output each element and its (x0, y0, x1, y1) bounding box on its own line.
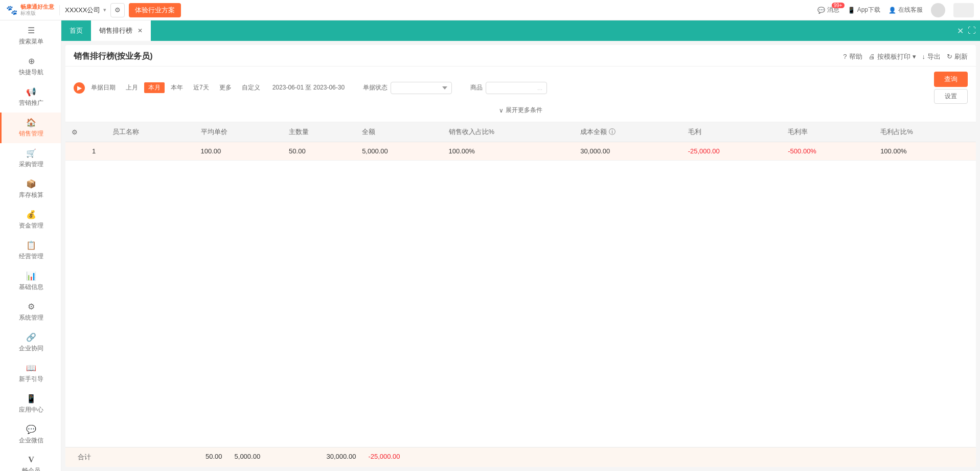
row-cost: 30,000.00 (574, 142, 681, 161)
finance-icon: 💰 (26, 210, 36, 219)
trial-button[interactable]: 体验行业方案 (129, 3, 181, 17)
company-selector[interactable]: 🐾 畅康通好生意 标准版 XXXXX公司 ▾ (6, 4, 106, 16)
sidebar-item-sales[interactable]: 🏠 销售管理 (0, 113, 61, 143)
tab-bar: 首页 销售排行榜 ✕ ✕ ⛶ (61, 20, 980, 41)
wechat-icon: 💬 (26, 424, 36, 434)
footer-qty: 50.00 (199, 453, 229, 462)
online-service-label: 在线客服 (898, 6, 923, 14)
page-header: 销售排行榜(按业务员) ? 帮助 🖨 按模板打印 ▾ ↓ (65, 45, 976, 66)
export-icon: ↓ (922, 53, 926, 60)
sidebar-item-wechat[interactable]: 💬 企业微信 (0, 419, 61, 450)
date-tab-last-month[interactable]: 上月 (122, 82, 142, 93)
col-cost: 成本全额 ⓘ (574, 122, 681, 142)
status-filter-section: 单据状态 (363, 82, 452, 94)
tab-home[interactable]: 首页 (61, 20, 91, 41)
col-profit-pct: 毛利占比% (874, 122, 976, 142)
tab-close-all-icon[interactable]: ✕ (957, 26, 964, 36)
sidebar-item-business[interactable]: 📋 经营管理 (0, 235, 61, 266)
date-tab-this-year[interactable]: 本年 (167, 82, 187, 93)
sidebar-item-marketing[interactable]: 📢 营销推广 (0, 82, 61, 113)
search-order-icon: ☰ (28, 26, 35, 35)
status-label: 单据状态 (363, 83, 388, 92)
sidebar-item-member[interactable]: V 畅会员 (0, 450, 61, 471)
chevron-down-icon: ∨ (499, 107, 504, 114)
sidebar-item-finance[interactable]: 💰 资金管理 (0, 205, 61, 235)
chevron-down-icon[interactable]: ▾ (103, 7, 106, 13)
app-sub: 标准版 (20, 10, 54, 16)
footer-profit: -25,000.00 (362, 453, 406, 462)
col-name: 员工名称 (106, 122, 195, 142)
date-tabs: 上月 本月 本年 近7天 更多 自定义 (122, 82, 264, 93)
date-tab-7days[interactable]: 近7天 (189, 82, 213, 93)
date-tab-this-month[interactable]: 本月 (144, 82, 165, 93)
sidebar-item-purchase[interactable]: 🛒 采购管理 (0, 143, 61, 174)
table-wrapper: ⚙ 员工名称 平均单价 主数量 全额 销售收入占比% 成本全额 ⓘ 毛利 毛 (65, 122, 976, 447)
page-content: 销售排行榜(按业务员) ? 帮助 🖨 按模板打印 ▾ ↓ (61, 41, 980, 471)
refresh-button[interactable]: ↻ 刷新 (947, 52, 968, 61)
basic-icon: 📊 (26, 271, 36, 281)
company-name: XXXXX公司 (65, 6, 100, 15)
sidebar-item-label: 畅会员 (22, 466, 40, 471)
tab-home-label: 首页 (70, 26, 83, 35)
footer-amount: 5,000.00 (229, 453, 280, 462)
app-name: 畅康通好生意 (20, 4, 54, 10)
tab-sales-rank[interactable]: 销售排行榜 ✕ (91, 20, 151, 41)
divider (59, 5, 60, 15)
sidebar-item-guide[interactable]: 📖 新手引导 (0, 358, 61, 389)
sidebar-item-label: 搜索菜单 (19, 37, 43, 46)
sidebar-item-label: 应用中心 (19, 406, 43, 414)
app-download-item[interactable]: 📱 App下载 (848, 6, 880, 14)
help-icon: ? (843, 53, 847, 60)
member-icon: V (28, 455, 34, 464)
status-select[interactable] (391, 82, 452, 94)
date-tab-more[interactable]: 更多 (215, 82, 236, 93)
row-profit-pct: 100.00% (874, 142, 976, 161)
help-button[interactable]: ? 帮助 (843, 52, 862, 61)
sidebar-item-quick-nav[interactable]: ⊕ 快捷导航 (0, 51, 61, 82)
sidebar-item-system[interactable]: ⚙ 系统管理 (0, 297, 61, 327)
online-service-item[interactable]: 👤 在线客服 (888, 6, 923, 14)
apps-icon: 📱 (26, 394, 36, 403)
sidebar-item-label: 快捷导航 (19, 68, 43, 77)
main-layout: ☰ 搜索菜单 ⊕ 快捷导航 📢 营销推广 🏠 销售管理 🛒 采购管理 📦 库存核… (0, 20, 980, 471)
table-footer: 合计 50.00 5,000.00 30,000.00 -25,000.00 (65, 447, 976, 467)
tab-close-icon[interactable]: ✕ (138, 27, 143, 34)
footer-label: 合计 (72, 453, 97, 462)
sidebar-item-basic[interactable]: 📊 基础信息 (0, 266, 61, 297)
avatar[interactable] (931, 3, 945, 17)
business-icon: 📋 (26, 240, 36, 250)
sidebar-item-apps[interactable]: 📱 应用中心 (0, 389, 61, 419)
quick-nav-icon: ⊕ (28, 56, 35, 66)
col-settings[interactable]: ⚙ (65, 122, 86, 142)
goods-label: 商品 (470, 83, 483, 92)
col-amount: 全额 (356, 122, 442, 142)
user-name-area[interactable] (953, 3, 974, 17)
service-icon: 👤 (888, 7, 896, 14)
sidebar-item-label: 采购管理 (19, 160, 43, 169)
sidebar-item-label: 经营管理 (19, 252, 43, 261)
settings-button[interactable]: 设置 (934, 89, 968, 104)
export-button[interactable]: ↓ 导出 (922, 52, 941, 61)
sidebar-item-collab[interactable]: 🔗 企业协同 (0, 327, 61, 358)
purchase-icon: 🛒 (26, 148, 36, 158)
sales-icon: 🏠 (26, 118, 36, 127)
row-sales-pct: 100.00% (443, 142, 575, 161)
tab-maximize-icon[interactable]: ⛶ (968, 26, 976, 35)
settings-icon[interactable]: ⚙ (110, 3, 125, 17)
sidebar-item-label: 基础信息 (19, 283, 43, 291)
filter-collapse-btn[interactable]: ▶ (74, 82, 85, 94)
page-inner: 销售排行榜(按业务员) ? 帮助 🖨 按模板打印 ▾ ↓ (65, 45, 976, 467)
date-tab-custom[interactable]: 自定义 (238, 82, 264, 93)
message-badge: 99+ (832, 3, 845, 8)
query-button[interactable]: 查询 (934, 72, 968, 87)
table-row: 1 100.00 50.00 5,000.00 100.00% 30,000.0… (65, 142, 976, 161)
col-rank (86, 122, 106, 142)
goods-input[interactable]: ... (486, 82, 547, 94)
sidebar-item-search-order[interactable]: ☰ 搜索菜单 (0, 20, 61, 51)
col-avg-price: 平均单价 (195, 122, 283, 142)
message-item[interactable]: 💬 消息 99+ (817, 6, 839, 14)
sidebar-item-inventory[interactable]: 📦 库存核算 (0, 174, 61, 205)
sidebar-item-label: 企业微信 (19, 436, 43, 445)
print-button[interactable]: 🖨 按模板打印 ▾ (869, 52, 916, 61)
expand-more-button[interactable]: ∨ 展开更多条件 (74, 104, 968, 117)
